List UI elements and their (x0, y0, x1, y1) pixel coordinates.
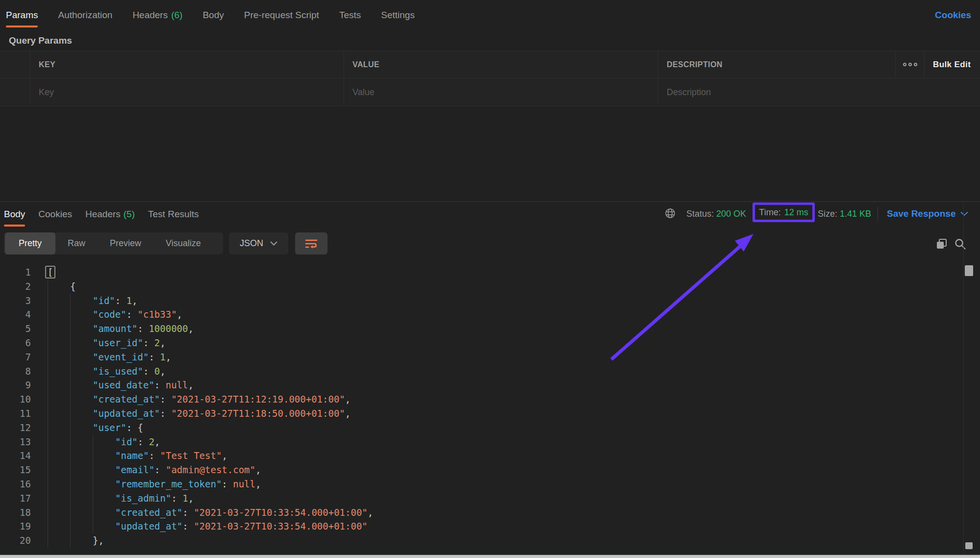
code-line: 17"is_admin": 1, (0, 491, 961, 506)
tab-params[interactable]: Params (6, 0, 38, 30)
response-tab-headers[interactable]: Headers(5) (85, 202, 135, 227)
line-number: 6 (0, 336, 37, 350)
token-str: "2021-03-27T11:12:19.000+01:00" (171, 394, 345, 405)
size-value: 1.41 KB (840, 209, 871, 219)
response-tab-cookies[interactable]: Cookies (38, 202, 72, 227)
tab-settings[interactable]: Settings (381, 0, 415, 30)
tab-label: Params (6, 10, 38, 21)
token-p: , (188, 323, 193, 334)
query-params-table: KEY VALUE DESCRIPTION Bulk Edit (0, 51, 980, 106)
vertical-scrollbar-thumb[interactable] (965, 265, 973, 276)
code-content: "updated_at": "2021-03-27T11:18:50.000+0… (37, 406, 961, 421)
indent-guide (48, 294, 48, 308)
token-key: "user_id" (93, 337, 143, 348)
code-line: 3"id": 1, (0, 294, 961, 308)
vertical-scrollbar-thumb-end[interactable] (965, 542, 973, 549)
search-response-button[interactable] (954, 238, 967, 251)
code-line: 2{ (0, 279, 961, 294)
key-input[interactable] (39, 87, 344, 98)
network-globe-icon[interactable] (664, 207, 676, 218)
code-content: }, (37, 533, 961, 548)
bulk-edit-button[interactable]: Bulk Edit (924, 51, 980, 78)
indent-guide (48, 364, 48, 379)
status-label: Status: (686, 209, 714, 219)
time-indicator-highlight-box: Time: 12 ms (753, 203, 815, 222)
key-cell (30, 78, 344, 106)
tab-body[interactable]: Body (202, 0, 224, 30)
code-line: 11"updated_at": "2021-03-27T11:18:50.000… (0, 406, 961, 421)
indent-guide (70, 307, 71, 322)
indent-guide (70, 533, 71, 548)
save-response-label: Save Response (887, 208, 955, 219)
indent-guide (48, 336, 48, 350)
view-mode-preview[interactable]: Preview (98, 232, 153, 254)
value-cell (344, 78, 658, 106)
line-number: 10 (0, 392, 37, 406)
indent-guide (93, 463, 93, 477)
indent-guide (48, 491, 48, 506)
response-tab-body[interactable]: Body (4, 202, 25, 227)
token-str: "2021-03-27T10:33:54.000+01:00" (194, 507, 368, 518)
response-body-code-editor[interactable]: 1[2{3"id": 1,4"code": "c1b33",5"amount":… (0, 265, 961, 548)
line-number: 2 (0, 279, 37, 294)
tab-label: Settings (381, 10, 415, 21)
description-input[interactable] (667, 87, 980, 98)
save-response-button[interactable]: Save Response (887, 208, 968, 219)
view-mode-raw[interactable]: Raw (55, 232, 98, 254)
wrap-lines-button[interactable] (295, 232, 327, 254)
code-line: 18"created_at": "2021-03-27T10:33:54.000… (0, 506, 961, 520)
copy-icon (935, 238, 948, 251)
tab-label: Authorization (58, 10, 112, 21)
code-content: "created_at": "2021-03-27T10:33:54.000+0… (37, 506, 961, 520)
line-number: 9 (0, 378, 37, 392)
token-p: , (188, 493, 194, 504)
tab-tests[interactable]: Tests (339, 0, 361, 30)
indent-guide (93, 506, 93, 520)
value-input[interactable] (352, 87, 658, 98)
token-key: "updated_at" (93, 408, 160, 419)
copy-response-button[interactable] (935, 238, 948, 251)
code-content: "is_admin": 1, (37, 491, 961, 506)
params-more-options-button[interactable] (895, 51, 924, 78)
status-value: 200 OK (716, 209, 746, 219)
tab-label: Headers (85, 209, 121, 220)
tab-label: Body (202, 10, 224, 21)
response-tab-test-results[interactable]: Test Results (148, 202, 199, 227)
code-line: 9"used_date": null, (0, 378, 961, 392)
token-p: : (126, 309, 138, 320)
token-p: , (160, 366, 165, 377)
indent-guide (48, 449, 48, 463)
column-header-value: VALUE (344, 51, 658, 78)
token-key: "email" (115, 464, 154, 475)
token-str: "2021-03-27T10:33:54.000+01:00" (194, 521, 368, 532)
line-number: 17 (0, 491, 37, 506)
indent-guide (70, 406, 71, 421)
tab-pre-request-script[interactable]: Pre-request Script (244, 0, 319, 30)
code-line: 20}, (0, 533, 961, 548)
view-mode-pretty[interactable]: Pretty (5, 232, 55, 254)
response-tab-bar: Body Cookies Headers(5) Test Results (0, 202, 199, 227)
token-p: , (154, 436, 160, 447)
token-p: : (115, 295, 126, 306)
horizontal-scrollbar[interactable] (0, 555, 980, 558)
token-p: : (154, 464, 166, 475)
code-content: "user": { (37, 421, 961, 435)
indent-guide (70, 421, 71, 435)
tab-headers[interactable]: Headers(6) (132, 0, 182, 30)
indent-guide (48, 506, 48, 520)
token-key: "is_used" (93, 366, 143, 377)
headers-count-badge: (6) (171, 10, 182, 21)
code-line: 7"event_id": 1, (0, 350, 961, 364)
code-content: "updated_at": "2021-03-27T10:33:54.000+0… (37, 519, 961, 533)
token-str: "Test Test" (160, 450, 222, 461)
code-line: 6"user_id": 2, (0, 336, 961, 350)
tab-authorization[interactable]: Authorization (58, 0, 112, 30)
language-select[interactable]: JSON (229, 232, 288, 254)
token-p: : (149, 450, 160, 461)
token-p: , (222, 450, 227, 461)
indent-guide (48, 477, 48, 491)
view-mode-visualize[interactable]: Visualize (153, 232, 213, 254)
token-key: "name" (115, 450, 149, 461)
indent-guide (48, 463, 48, 477)
cookies-link[interactable]: Cookies (935, 0, 971, 30)
